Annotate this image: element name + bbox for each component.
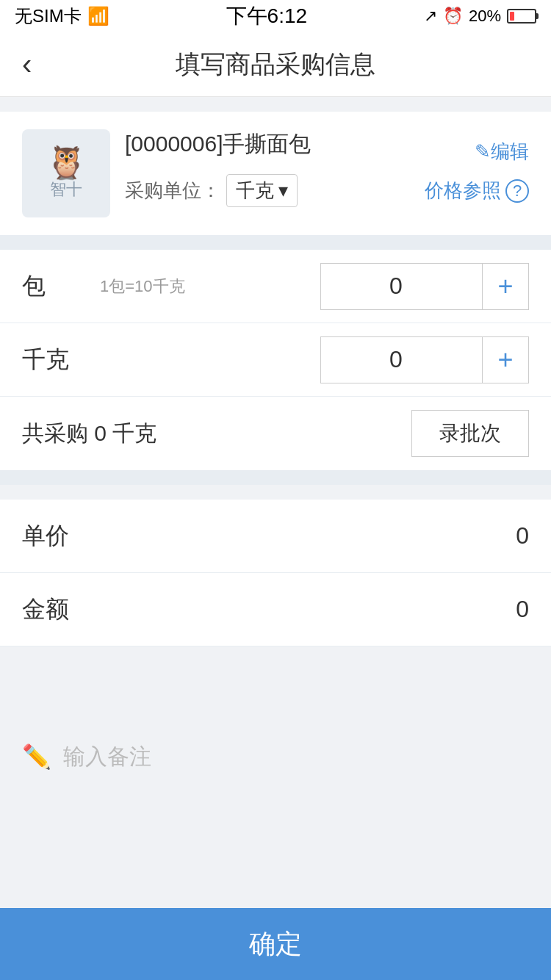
unit-prefix: 采购单位： — [125, 179, 220, 201]
amount-row: 金额 0 — [0, 573, 551, 646]
product-meta: 采购单位： 千克 ▾ 价格参照 ? — [125, 174, 529, 207]
package-input-group: + — [320, 263, 529, 310]
package-input-section: 包 1包=10千克 + 千克 + 共采购 0 千克 录批次 — [0, 250, 551, 470]
confirm-button-label: 确定 — [249, 926, 302, 962]
section-divider-1 — [0, 235, 551, 250]
battery-indicator — [507, 9, 536, 24]
record-batch-button[interactable]: 录批次 — [411, 410, 529, 457]
unit-price-value: 0 — [516, 522, 529, 550]
dropdown-arrow-icon: ▾ — [278, 179, 288, 202]
battery-percent: 20% — [469, 7, 501, 26]
total-purchase-text: 共采购 0 千克 — [22, 419, 156, 449]
remark-placeholder-text: 输入备注 — [63, 742, 151, 772]
package-quantity-input[interactable] — [320, 263, 482, 310]
price-reference-button[interactable]: 价格参照 ? — [425, 178, 529, 203]
package-label: 包 — [22, 270, 96, 303]
unit-price-label: 单价 — [22, 520, 69, 552]
amount-label: 金额 — [22, 594, 69, 626]
price-section: 单价 0 金额 0 — [0, 500, 551, 646]
product-card: 🦉 智十 [0000006]手撕面包 ✎编辑 采购单位： 千克 ▾ 价格参照 ? — [0, 112, 551, 235]
kg-label: 千克 — [22, 344, 96, 376]
page-title: 填写商品采购信息 — [176, 48, 375, 82]
kg-plus-button[interactable]: + — [482, 336, 529, 383]
pencil-icon: ✏️ — [22, 743, 51, 771]
status-time: 下午6:12 — [226, 2, 308, 30]
status-right: ↗ ⏰ 20% — [424, 7, 536, 26]
unit-value: 千克 — [236, 178, 274, 203]
price-ref-label: 价格参照 — [425, 178, 501, 203]
alarm-icon: ⏰ — [443, 7, 463, 26]
section-divider-2 — [0, 470, 551, 485]
product-logo-text: 智十 — [50, 179, 82, 201]
carrier-text: 无SIM卡 — [15, 4, 82, 28]
unit-dropdown[interactable]: 千克 ▾ — [226, 174, 298, 207]
location-icon: ↗ — [424, 7, 437, 26]
back-button[interactable]: ‹ — [22, 48, 32, 81]
package-plus-button[interactable]: + — [482, 263, 529, 310]
unit-price-row: 单价 0 — [0, 500, 551, 573]
info-icon: ? — [505, 179, 529, 203]
status-bar: 无SIM卡 📶 下午6:12 ↗ ⏰ 20% — [0, 0, 551, 32]
remark-section[interactable]: ✏️ 输入备注 — [0, 646, 551, 867]
amount-value: 0 — [516, 596, 529, 623]
product-logo-icon: 🦉 — [46, 146, 87, 179]
edit-button[interactable]: ✎编辑 — [475, 139, 529, 165]
package-sub-label: 1包=10千克 — [100, 275, 185, 298]
kg-row: 千克 + — [0, 323, 551, 397]
kg-input-group: + — [320, 336, 529, 383]
product-thumbnail: 🦉 智十 — [22, 129, 110, 217]
product-name: [0000006]手撕面包 — [125, 129, 311, 159]
nav-bar: ‹ 填写商品采购信息 — [0, 32, 551, 97]
package-row: 包 1包=10千克 + — [0, 250, 551, 323]
unit-selector[interactable]: 采购单位： 千克 ▾ — [125, 174, 298, 207]
wifi-icon: 📶 — [87, 6, 109, 26]
product-header: [0000006]手撕面包 ✎编辑 — [125, 129, 529, 174]
status-left: 无SIM卡 📶 — [15, 4, 109, 28]
summary-row: 共采购 0 千克 录批次 — [0, 397, 551, 470]
product-info: [0000006]手撕面包 ✎编辑 采购单位： 千克 ▾ 价格参照 ? — [125, 129, 529, 207]
confirm-button[interactable]: 确定 — [0, 908, 551, 980]
kg-quantity-input[interactable] — [320, 336, 482, 383]
